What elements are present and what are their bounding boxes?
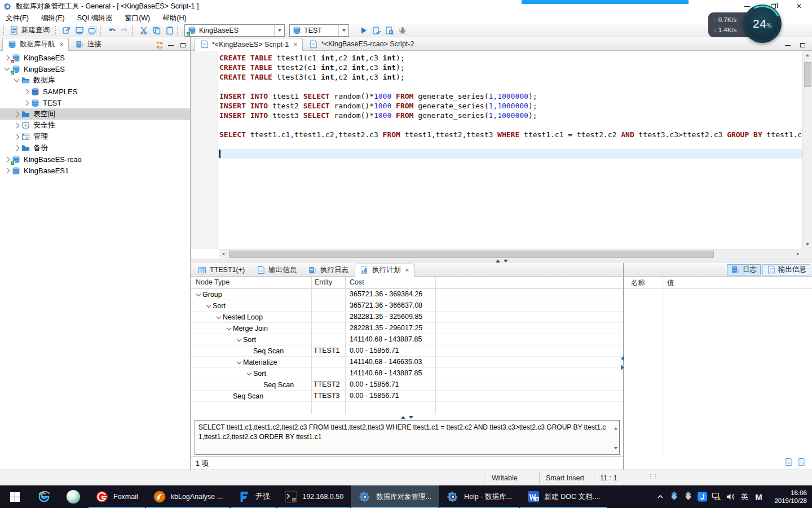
- collapse-down-icon[interactable]: [409, 416, 413, 419]
- chevron-down-icon[interactable]: [2, 68, 11, 70]
- taskbar-app-start[interactable]: [0, 485, 29, 508]
- tray-app2-icon[interactable]: [681, 485, 695, 508]
- tree-item-KingBaseES[interactable]: ✕KingBaseES: [0, 52, 190, 63]
- chevron-right-icon[interactable]: [12, 124, 21, 128]
- scroll-up-icon[interactable]: [803, 51, 812, 60]
- tab-execution-plan[interactable]: 执行计划 ✕: [355, 264, 414, 277]
- tab-execution-log[interactable]: 执行日志: [303, 263, 354, 276]
- taskbar-clock[interactable]: 16:06 2019/10/28: [766, 489, 812, 505]
- menu-window[interactable]: 窗口(W): [125, 14, 150, 23]
- tree-item-数据库[interactable]: 数据库: [0, 75, 190, 86]
- tray-app1-icon[interactable]: [667, 485, 681, 508]
- scroll-left-icon[interactable]: [219, 249, 228, 259]
- taskbar-app-ie[interactable]: [29, 485, 59, 508]
- export-log-icon[interactable]: [784, 457, 793, 467]
- tree-item-管理[interactable]: 管理: [0, 131, 190, 142]
- tray-expand-icon[interactable]: [653, 485, 667, 508]
- tray-app3-icon[interactable]: [695, 485, 709, 508]
- tab-output-info[interactable]: 输出信息: [251, 263, 302, 276]
- taskbar-app-kblog[interactable]: kbLogAnalyse ...: [145, 485, 230, 508]
- chevron-right-icon[interactable]: [12, 135, 21, 139]
- tree-item-备份[interactable]: 备份: [0, 142, 190, 154]
- statement-preview-box[interactable]: SELECT ttest1.c1,ttest1.c2,ttest2.c3 FRO…: [195, 420, 620, 455]
- chevron-down-icon[interactable]: [195, 294, 202, 296]
- scroll-down-icon[interactable]: [614, 443, 617, 452]
- chevron-right-icon[interactable]: [21, 90, 30, 94]
- chevron-right-icon[interactable]: [12, 146, 21, 150]
- chevron-down-icon[interactable]: [235, 339, 243, 341]
- column-name[interactable]: 名称: [631, 278, 645, 288]
- export-button[interactable]: [60, 24, 73, 37]
- scroll-up-icon[interactable]: [614, 423, 617, 432]
- horizontal-scrollbar[interactable]: [219, 249, 802, 259]
- plan-preview-sash[interactable]: [191, 414, 623, 420]
- close-icon[interactable]: ✕: [60, 42, 64, 47]
- save-all-button[interactable]: [86, 24, 99, 37]
- m-tray-icon[interactable]: M: [752, 485, 766, 508]
- menu-sql-editor[interactable]: SQL编辑器: [77, 14, 113, 23]
- panel-splitter[interactable]: [619, 356, 626, 378]
- editor-panel-sash[interactable]: [191, 259, 812, 263]
- minimize-editor-icon[interactable]: [783, 40, 793, 50]
- taskbar-app-foxmail[interactable]: Foxmail: [88, 485, 145, 508]
- taskbar-app-help[interactable]: Help - 数据库...: [439, 485, 519, 508]
- tab-connections[interactable]: 连接: [70, 37, 107, 50]
- scroll-down-icon[interactable]: [803, 240, 812, 249]
- debug-button[interactable]: [396, 24, 409, 37]
- menu-file[interactable]: 文件(F): [6, 14, 29, 23]
- chevron-right-icon[interactable]: [2, 169, 11, 173]
- plan-row-seq-scan-TTEST3[interactable]: Seq ScanTTEST30.00 - 15856.71: [191, 391, 623, 402]
- maximize-panel-icon[interactable]: [178, 40, 188, 50]
- docked-widget-strip[interactable]: [522, 0, 689, 4]
- tab-output-info-right[interactable]: 输出信息: [762, 264, 810, 275]
- redo-button[interactable]: [118, 24, 131, 37]
- column-cost[interactable]: Cost: [350, 278, 364, 286]
- plan-row-nested-loop[interactable]: Nested Loop282281.35 - 325609.85: [191, 312, 623, 323]
- tree-item-表空间[interactable]: 表空间: [0, 108, 190, 120]
- taskbar-app-feiq[interactable]: 尹强: [230, 485, 277, 508]
- column-entity[interactable]: Entity: [315, 278, 332, 286]
- tab-script-2[interactable]: *<KingBaseES-rcao> Script-2: [304, 37, 420, 50]
- undo-button[interactable]: [105, 24, 118, 37]
- tree-item-SAMPLES[interactable]: SAMPLES: [0, 86, 190, 97]
- ime-indicator[interactable]: 英: [738, 485, 752, 508]
- plan-row-merge-join[interactable]: Merge Join282281.35 - 296017.25: [191, 323, 623, 334]
- chevron-down-icon[interactable]: [235, 361, 243, 364]
- chevron-down-icon[interactable]: [205, 305, 213, 307]
- tab-script-1[interactable]: *<KingBaseES> Script-1 ✕: [195, 38, 303, 51]
- run-button[interactable]: [357, 24, 370, 37]
- chevron-down-icon[interactable]: [338, 25, 348, 36]
- database-combo[interactable]: TEST: [289, 24, 349, 37]
- chevron-down-icon[interactable]: [225, 327, 233, 330]
- validate-script-button[interactable]: [370, 24, 383, 37]
- menu-edit[interactable]: 编辑(E): [41, 14, 65, 23]
- vertical-scrollbar[interactable]: [802, 51, 812, 249]
- plan-row-sort[interactable]: Sort365721.36 - 366637.08: [191, 300, 623, 312]
- column-value[interactable]: 值: [667, 278, 674, 288]
- menu-help[interactable]: 帮助(H): [162, 14, 186, 23]
- volume-icon[interactable]: [723, 485, 738, 508]
- cut-button[interactable]: [137, 24, 150, 37]
- plan-row-seq-scan-TTEST2[interactable]: Seq ScanTTEST20.00 - 15856.71: [191, 379, 623, 391]
- column-node-type[interactable]: Node Type: [196, 278, 230, 286]
- tree-item-TEST[interactable]: TEST: [0, 97, 190, 108]
- plan-row-group[interactable]: Group365721.36 - 369384.26: [191, 289, 623, 300]
- copy-button[interactable]: [150, 24, 163, 37]
- chevron-down-icon[interactable]: [215, 316, 223, 318]
- chevron-right-icon[interactable]: [21, 101, 30, 105]
- tree-item-KingBaseES-rcao[interactable]: ✓KingBaseES-rcao: [0, 154, 190, 165]
- chevron-down-icon[interactable]: [12, 79, 21, 81]
- minimize-panel-icon[interactable]: [166, 40, 176, 50]
- sql-editor[interactable]: CREATE TABLE ttest1(c1 int,c2 int,c3 int…: [191, 51, 812, 259]
- expand-right-icon[interactable]: [621, 365, 624, 370]
- network-status-icon[interactable]: [709, 485, 723, 508]
- new-query-button[interactable]: 新建查询: [8, 24, 54, 37]
- close-icon[interactable]: ✕: [293, 42, 298, 47]
- tree-item-KingBaseES[interactable]: ✓KingBaseES: [0, 63, 190, 75]
- tab-database-navigator[interactable]: 数据库导航 ✕: [2, 38, 69, 51]
- scroll-right-icon[interactable]: [793, 249, 802, 259]
- tree-item-安全性[interactable]: 安全性: [0, 120, 190, 131]
- tree-item-KingBaseES1[interactable]: KingBaseES1: [0, 165, 190, 176]
- taskbar-app-browser[interactable]: [59, 485, 88, 508]
- collapse-down-icon[interactable]: [504, 260, 508, 262]
